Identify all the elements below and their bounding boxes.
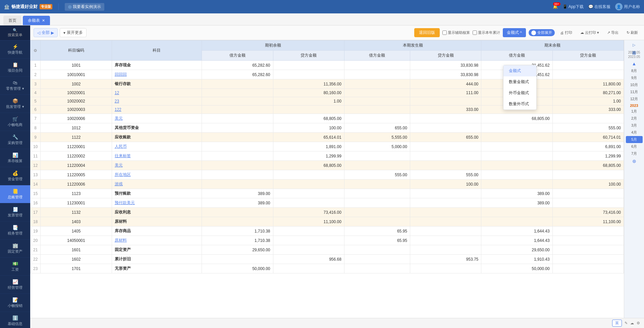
tab-balance-close[interactable]: ✕: [42, 18, 45, 23]
cell-rownum: 3: [31, 79, 41, 89]
sidebar-item-fixed-assets[interactable]: 🏢 固定资产: [0, 240, 30, 258]
cell-name: 银行存款: [112, 79, 202, 89]
cell-name[interactable]: 往来标签: [112, 151, 202, 161]
bottom-settings-icon[interactable]: ⚙: [637, 321, 640, 325]
table-row: 14 11220006 游戏 100.00 100.00: [31, 180, 624, 189]
cell-name[interactable]: 回回回: [112, 70, 202, 79]
sidebar-item-wholesale[interactable]: 📦 批发管理 ▾: [0, 95, 30, 113]
sidebar-item-project[interactable]: 📋 项目合同: [0, 59, 30, 77]
print-btn[interactable]: 🖨 打印: [557, 29, 575, 37]
table-settings-icon[interactable]: ⚙: [34, 48, 37, 53]
cell-name[interactable]: 12: [112, 89, 202, 97]
period-selector-header[interactable]: ▷ 期间选择: [632, 43, 637, 48]
wholesale-icon: 📦: [1, 98, 29, 104]
period-month-12[interactable]: 12月: [626, 95, 643, 103]
bottom-cloud-icon[interactable]: ☁: [630, 321, 634, 325]
cell-opening-debit: [202, 151, 273, 161]
app-download-label: App下载: [569, 4, 584, 10]
sidebar-item-retail[interactable]: 🛍 零售管理 ▾: [0, 77, 30, 95]
amount-mode-btn[interactable]: 金额式 ^: [503, 28, 526, 37]
lang-btn[interactable]: 英: [612, 320, 622, 327]
user-avatar[interactable]: 👤 用户名称: [615, 3, 640, 10]
cell-name[interactable]: 美元: [112, 161, 202, 170]
show-auxiliary-checkbox[interactable]: [442, 30, 447, 35]
online-support-btn[interactable]: 💬 在线客服: [588, 4, 610, 10]
notification-btn[interactable]: 🔔 99+: [553, 4, 558, 9]
sidebar-item-invoice[interactable]: 🧾 发票管理: [0, 203, 30, 221]
breadcrumb-btn[interactable]: ◁ 全部 ▶: [34, 28, 58, 37]
support-icon: 💬: [588, 4, 593, 9]
period-month-2[interactable]: 2月: [626, 115, 643, 122]
period-month-5[interactable]: 5月: [626, 136, 643, 143]
period-month-8[interactable]: 8月: [626, 67, 643, 74]
period-month-10[interactable]: 10月: [626, 81, 643, 88]
sidebar-item-quick-nav[interactable]: ⚡ 快捷导航: [0, 41, 30, 59]
cell-current-credit: 33,830.98: [410, 61, 481, 70]
sidebar-item-ledger[interactable]: 📒 总账管理: [0, 185, 30, 203]
th-closing-debit: 借方金额: [481, 51, 552, 61]
cell-current-credit: [410, 161, 481, 170]
cell-name[interactable]: 游戏: [112, 180, 202, 189]
cell-current-credit: [410, 123, 481, 133]
cell-name[interactable]: 23: [112, 97, 202, 106]
period-month-11[interactable]: 11月: [626, 88, 643, 95]
period-month-7[interactable]: 7月: [626, 150, 643, 157]
expand-more-btn[interactable]: ▾ 展开更多: [60, 28, 87, 37]
tab-balance[interactable]: 余额表 ✕: [23, 16, 50, 25]
bottom-edit-icon[interactable]: ✎: [625, 321, 628, 325]
period-month-9[interactable]: 9月: [626, 74, 643, 81]
period-month-6[interactable]: 6月: [626, 143, 643, 150]
dropdown-item-quantity-foreign[interactable]: 数量外币式: [503, 99, 536, 110]
dropdown-item-amount[interactable]: 金额式: [503, 65, 536, 76]
period-month-4[interactable]: 4月: [626, 129, 643, 136]
sidebar-item-salary[interactable]: 💵 工资: [0, 258, 30, 276]
cloud-print-btn[interactable]: ☁ 云打印 ▾: [578, 29, 602, 37]
sidebar-item-sales-report[interactable]: 📝 小畅报销: [0, 294, 30, 312]
cell-name: 无形资产: [112, 264, 202, 273]
table-row: 18 1403 原材料 11,100.00 11,100.00: [31, 217, 624, 226]
cell-name[interactable]: 人民币: [112, 142, 202, 151]
cell-name[interactable]: 原材料: [112, 236, 202, 245]
print-label: 打印: [565, 30, 572, 35]
cell-opening-debit: 1,710.38: [202, 236, 273, 245]
refresh-btn[interactable]: ↻ 刷新: [624, 29, 641, 37]
period-up-arrow[interactable]: ▲: [632, 61, 637, 66]
dropdown-item-foreign-amount[interactable]: 外币金额式: [503, 87, 536, 99]
cell-current-debit: [344, 106, 410, 114]
fixed-assets-icon: 🏢: [1, 243, 29, 248]
show-auxiliary-label[interactable]: 显示辅助核算: [442, 30, 470, 35]
sidebar-item-ecommerce[interactable]: 🛒 小畅电商: [0, 113, 30, 131]
sidebar-item-finance[interactable]: 💰 资金管理: [0, 167, 30, 185]
show-ytd-checkbox[interactable]: [473, 30, 477, 35]
purchase-label: 采购管理: [8, 141, 22, 145]
breadcrumb-arrow-right: ▶: [51, 30, 54, 35]
sidebar-item-purchase[interactable]: 🔧 采购管理: [0, 131, 30, 149]
period-month-1[interactable]: 1月: [626, 108, 643, 115]
sidebar-item-basic-info[interactable]: ℹ️ 基础信息: [0, 312, 30, 328]
period-down-arrow[interactable]: ⊛: [632, 158, 636, 164]
cell-name[interactable]: 美元: [112, 114, 202, 123]
cell-name[interactable]: 122: [112, 106, 202, 114]
cell-current-debit: [344, 61, 410, 70]
sidebar-search[interactable]: 🔍 搜索菜单: [0, 25, 30, 41]
cell-name[interactable]: 所在地区: [112, 170, 202, 180]
back-to-old-btn[interactable]: 退回旧版: [414, 28, 440, 37]
cell-name[interactable]: 预付款美元: [112, 198, 202, 208]
cell-opening-credit: 73,416.00: [273, 208, 344, 217]
demo-link[interactable]: ◎ 我要看实例演示: [65, 3, 104, 11]
cell-opening-debit: [202, 142, 273, 151]
toolbar-left: ◁ 全部 ▶ ▾ 展开更多: [34, 28, 87, 37]
show-ytd-label[interactable]: 显示本年累计: [473, 30, 500, 35]
app-download-btn[interactable]: 📱 App下载: [562, 4, 584, 10]
show-ytd-text: 显示本年累计: [478, 30, 500, 35]
sidebar-item-inventory[interactable]: 📊 库存核算: [0, 149, 30, 167]
sidebar-item-tax[interactable]: 📑 税务管理: [0, 221, 30, 240]
tab-home[interactable]: 首页: [3, 16, 21, 25]
dropdown-item-quantity-amount[interactable]: 数量金额式: [503, 76, 536, 87]
cell-closing-credit: 555.00: [552, 123, 624, 133]
period-month-3[interactable]: 3月: [626, 122, 643, 129]
expand-all-toggle[interactable]: 全部展开: [529, 29, 555, 36]
tax-icon: 📑: [1, 225, 29, 230]
sidebar-item-operations[interactable]: 📈 经营管理: [0, 276, 30, 294]
export-btn[interactable]: ↗ 导出: [604, 29, 621, 37]
